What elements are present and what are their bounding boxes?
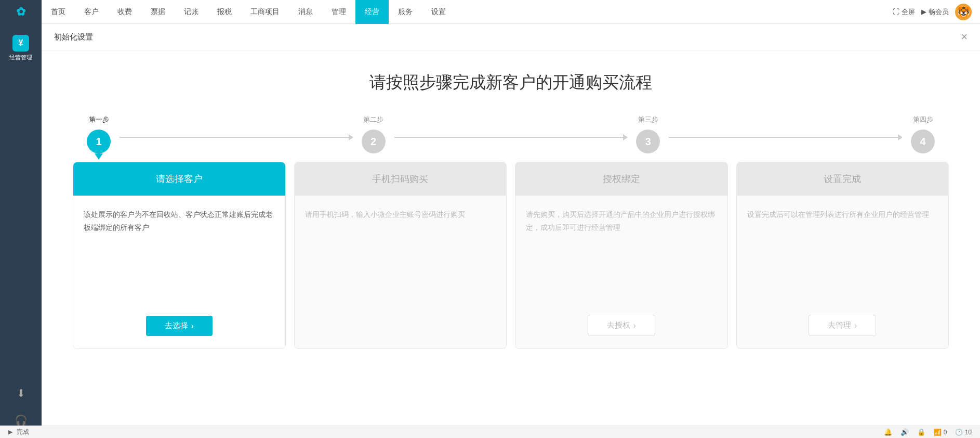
nav-message[interactable]: 消息 [289, 0, 322, 24]
step-2-card-footer [295, 315, 507, 349]
nav-customer[interactable]: 客户 [75, 0, 108, 24]
step-1-card-body: 该处展示的客户为不在回收站、客户状态正常建账后完成老板端绑定的所有客户 [73, 196, 285, 307]
app-logo: ✿ [16, 5, 25, 19]
step-3-card-body: 请先购买，购买后选择开通的产品中的企业用户进行授权绑定，成功后即可进行经营管理 [515, 196, 727, 306]
bell-icon: 🔔 [884, 428, 892, 436]
connector-1-2 [120, 137, 353, 138]
nav-industrial[interactable]: 工商项目 [241, 0, 289, 24]
yuan-icon: ¥ [12, 35, 29, 51]
step-3-card-footer: 去授权 › [515, 306, 727, 349]
step-4-card-footer: 去管理 › [737, 306, 949, 349]
main-heading: 请按照步骤完成新客户的开通购买流程 [62, 71, 959, 94]
step-4-label: 第四步 [913, 115, 933, 124]
arrow-right-icon-4: › [854, 321, 857, 330]
step-1-card-header: 请选择客户 [73, 162, 285, 196]
status-left: ▶ 完成 [8, 428, 29, 436]
close-button[interactable]: × [961, 31, 968, 43]
nav-manage[interactable]: 管理 [322, 0, 355, 24]
arrow-right-icon-3: › [633, 321, 636, 330]
step-4-card: 设置完成 设置完成后可以在管理列表进行所有企业用户的经营管理 去管理 › [736, 162, 949, 349]
download-icon[interactable]: ⬇ [11, 384, 30, 403]
sidebar-item-operation[interactable]: ¥ 经营管理 [0, 29, 42, 67]
step-2-card: 手机扫码购买 请用手机扫码，输入小微企业主账号密码进行购买 [294, 162, 507, 349]
nav-bill[interactable]: 票据 [141, 0, 175, 24]
sidebar-bottom: ⬇ 🎧 [11, 384, 30, 430]
step-1-card-footer: 去选择 › [73, 307, 285, 349]
nav-service[interactable]: 服务 [389, 0, 422, 24]
play-icon: ▶ [921, 8, 926, 16]
fullscreen-button[interactable]: ⛶ 全屏 [893, 7, 915, 17]
connector-2-3 [394, 137, 628, 138]
volume-icon: 🔊 [900, 428, 909, 436]
nav-fee[interactable]: 收费 [108, 0, 141, 24]
top-navigation: ✿ 首页 客户 收费 票据 记账 报税 工商项目 消息 管理 经营 服务 设置 … [0, 0, 980, 24]
status-right: 🔔 🔊 🔒 📶 0 🕐 10 [884, 428, 972, 436]
nav-settings[interactable]: 设置 [422, 0, 455, 24]
avatar[interactable]: 🐯 [955, 4, 972, 20]
main-content: 初始化设置 × 请按照步骤完成新客户的开通购买流程 第一步 1 第二步 [42, 24, 980, 426]
step-3-card: 授权绑定 请先购买，购买后选择开通的产品中的企业用户进行授权绑定，成功后即可进行… [515, 162, 728, 349]
steps-progress: 第一步 1 第二步 2 [62, 115, 959, 153]
step-3-label: 第三步 [638, 115, 658, 124]
lock-icon: 🔒 [917, 428, 925, 436]
sidebar: ¥ 经营管理 ⬇ 🎧 [0, 24, 42, 438]
step-3-card-header: 授权绑定 [515, 162, 727, 196]
step-4-card-header: 设置完成 [737, 162, 949, 196]
step-2-label: 第二步 [363, 115, 383, 124]
nav-operation[interactable]: 经营 [355, 0, 389, 24]
top-nav-right: ⛶ 全屏 ▶ 畅会员 🐯 [893, 4, 980, 20]
step-3-header: 第三步 3 [627, 115, 669, 153]
page-header: 初始化设置 × [42, 24, 980, 50]
step-1-header: 第一步 1 [78, 115, 120, 153]
arrow-right-icon: › [191, 321, 194, 331]
step-3-action-button[interactable]: 去授权 › [588, 315, 655, 336]
step-4-action-button[interactable]: 去管理 › [809, 315, 876, 336]
step-2-circle: 2 [362, 130, 386, 153]
step-4-header: 第四步 4 [902, 115, 944, 153]
nav-tax[interactable]: 报税 [208, 0, 241, 24]
step-3-circle: 3 [636, 130, 660, 153]
nav-accounting[interactable]: 记账 [175, 0, 208, 24]
nav-items: 首页 客户 收费 票据 记账 报税 工商项目 消息 管理 经营 服务 设置 [42, 0, 893, 24]
step-2-card-body: 请用手机扫码，输入小微企业主账号密码进行购买 [295, 196, 507, 315]
step-4-card-body: 设置完成后可以在管理列表进行所有企业用户的经营管理 [737, 196, 949, 306]
status-bar: ▶ 完成 🔔 🔊 🔒 📶 0 🕐 10 [0, 426, 980, 438]
step-1-label: 第一步 [89, 115, 109, 124]
signal-icon: 📶 0 [934, 429, 947, 436]
connector-3-4 [669, 137, 902, 138]
status-label: 完成 [17, 428, 29, 436]
content-area: 请按照步骤完成新客户的开通购买流程 第一步 1 第二步 2 [42, 50, 980, 370]
play-status-icon: ▶ [8, 429, 12, 435]
step-2-card-header: 手机扫码购买 [295, 162, 507, 196]
step-1-circle: 1 [87, 130, 111, 153]
step-1-card: 请选择客户 该处展示的客户为不在回收站、客户状态正常建账后完成老板端绑定的所有客… [73, 162, 286, 349]
nav-home[interactable]: 首页 [42, 0, 75, 24]
step-4-circle: 4 [911, 130, 935, 153]
step-2-header: 第二步 2 [353, 115, 394, 153]
clock-icon: 🕐 10 [955, 429, 972, 436]
member-button[interactable]: ▶ 畅会员 [921, 7, 949, 17]
page-title: 初始化设置 [54, 32, 93, 42]
fullscreen-icon: ⛶ [893, 8, 899, 16]
cards-row: 请选择客户 该处展示的客户为不在回收站、客户状态正常建账后完成老板端绑定的所有客… [62, 162, 959, 349]
step-1-action-button[interactable]: 去选择 › [146, 316, 213, 336]
